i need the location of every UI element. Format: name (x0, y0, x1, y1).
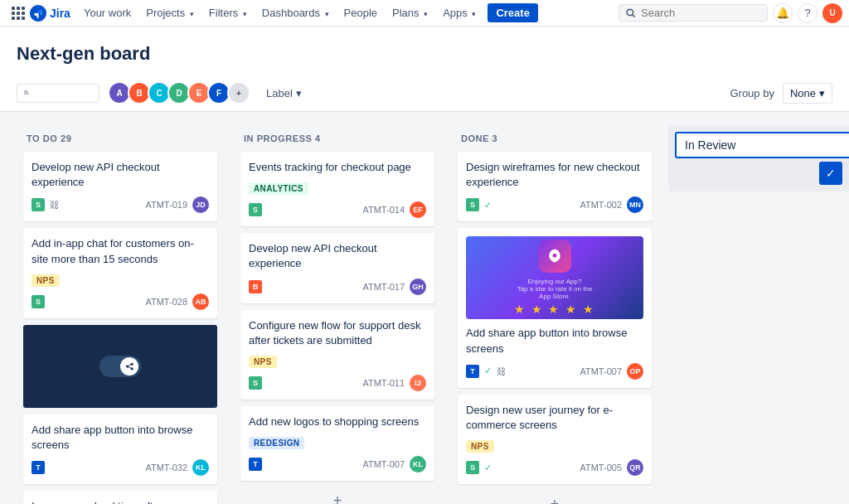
card-title: Develop new API checkout experience (32, 160, 209, 190)
nav-projects[interactable]: Projects ▾ (139, 3, 201, 22)
card-atmt-011[interactable]: Configure new flow for support desk afte… (240, 310, 434, 400)
nav-your-work[interactable]: Your work (77, 3, 138, 22)
card-footer: S ATMT-014 EF (249, 201, 426, 218)
card-footer: S ✓ ATMT-005 QR (466, 459, 643, 476)
svg-rect-5 (22, 12, 25, 15)
card-title: Add new logos to shopping screens (249, 414, 426, 429)
column-todo-header: TO DO 29 (23, 133, 217, 143)
search-input[interactable] (641, 7, 757, 19)
card-title: Add in-app chat for customers on-site mo… (32, 236, 209, 266)
svg-line-12 (27, 94, 28, 94)
share-icon (125, 362, 133, 371)
card-right: ATMT-028 AB (145, 293, 209, 310)
create-button[interactable]: Create (488, 3, 537, 22)
card-improve[interactable]: Improve app load time after open (23, 491, 217, 504)
label-filter-arrow: ▾ (296, 87, 302, 99)
nav-filters[interactable]: Filters ▾ (202, 3, 254, 22)
card-atmt-007-done[interactable]: Enjoying our App?Tap a star to rate it o… (458, 228, 652, 387)
story-icon: S (466, 461, 479, 474)
svg-line-16 (128, 364, 133, 366)
task-icon: T (32, 461, 45, 474)
svg-rect-7 (17, 17, 20, 20)
card-dark-toggle[interactable] (23, 325, 217, 408)
new-column-actions: ✓ ✕ (675, 162, 849, 185)
card-badge-analytics: ANALYTICS (249, 182, 308, 195)
group-by-select[interactable]: None ▾ (783, 83, 832, 104)
group-by-value: None (790, 87, 816, 99)
card-title: Design wireframes for new checkout exper… (466, 160, 643, 190)
card-title: Events tracking for checkout page (249, 160, 426, 175)
card-footer: S ATMT-011 IJ (249, 375, 426, 391)
help-icon[interactable]: ? (798, 3, 817, 23)
card-atmt-032[interactable]: Add share app button into browse screens… (23, 414, 217, 484)
card-footer: B ATMT-017 GH (249, 279, 426, 295)
svg-point-9 (627, 9, 633, 16)
group-by-arrow: ▾ (819, 87, 825, 99)
notification-icon[interactable]: 🔔 (773, 3, 793, 23)
card-atmt-007-ip[interactable]: Add new logos to shopping screens REDESI… (240, 406, 434, 481)
svg-point-11 (25, 91, 28, 94)
column-todo: TO DO 29 Develop new API checkout experi… (17, 125, 224, 504)
search-box[interactable] (619, 4, 768, 22)
user-avatar[interactable]: U (822, 3, 842, 23)
column-done: DONE 3 Design wireframes for new checkou… (451, 125, 658, 504)
confirm-column-button[interactable]: ✓ (819, 162, 842, 185)
card-id: ATMT-032 (145, 463, 187, 472)
svg-rect-3 (12, 12, 15, 15)
card-atmt-019[interactable]: Develop new API checkout experience S ⛓ … (23, 152, 217, 221)
label-filter-text: Label (266, 87, 293, 99)
card-atmt-005[interactable]: Design new user journey for e-commerce s… (458, 395, 652, 484)
card-id: ATMT-017 (362, 282, 405, 292)
card-right: ATMT-032 KL (145, 459, 209, 476)
card-right: ATMT-005 QR (580, 459, 643, 476)
nav-dashboards[interactable]: Dashboards ▾ (255, 3, 336, 22)
search-icon (626, 8, 636, 18)
cancel-column-button[interactable]: ✕ (846, 162, 849, 185)
svg-line-10 (633, 14, 635, 17)
apps-grid-icon[interactable] (7, 2, 30, 25)
add-card-button-done[interactable]: + (458, 491, 652, 504)
card-atmt-017[interactable]: Develop new API checkout experience B AT… (240, 233, 434, 303)
card-footer: S ATMT-028 AB (32, 293, 209, 310)
card-id: ATMT-011 (362, 378, 405, 388)
nav-plans[interactable]: Plans ▾ (386, 3, 434, 22)
link-icon: ⛓ (497, 366, 506, 376)
card-right: ATMT-014 EF (362, 201, 426, 218)
nav-links: Your work Projects ▾ Filters ▾ Dashboard… (77, 3, 619, 22)
board-search-input[interactable] (34, 87, 92, 99)
card-badge-nps: NPS (32, 274, 60, 287)
avatar-more[interactable]: + (227, 81, 250, 104)
board-search[interactable] (17, 84, 99, 103)
card-atmt-014[interactable]: Events tracking for checkout page ANALYT… (240, 152, 434, 226)
label-filter[interactable]: Label ▾ (259, 83, 309, 104)
svg-line-17 (128, 366, 133, 369)
card-title: Add share app button into browse screens (32, 423, 209, 453)
card-footer: S ⛓ ATMT-019 JD (32, 196, 209, 213)
card-avatar: EF (410, 201, 426, 218)
app-store-text: Enjoying our App?Tap a star to rate it o… (514, 278, 596, 300)
svg-rect-2 (22, 7, 25, 10)
card-title: Add share app button into browse screens (466, 326, 643, 356)
nav-people[interactable]: People (337, 3, 384, 22)
card-atmt-002[interactable]: Design wireframes for new checkout exper… (458, 152, 652, 221)
jira-logo[interactable]: Jira (30, 5, 70, 22)
card-avatar: KL (410, 456, 426, 472)
toggle-icon (99, 356, 141, 377)
card-atmt-028[interactable]: Add in-app chat for customers on-site mo… (23, 228, 217, 317)
toggle-thumb (120, 357, 138, 376)
card-right: ATMT-011 IJ (362, 375, 426, 391)
rocket-icon (546, 248, 563, 264)
new-column-input[interactable] (675, 132, 849, 158)
card-title: Design new user journey for e-commerce s… (466, 403, 643, 433)
group-by-label: Group by (730, 87, 774, 99)
nav-apps[interactable]: Apps ▾ (436, 3, 483, 22)
svg-rect-6 (12, 17, 15, 20)
svg-rect-4 (17, 12, 20, 15)
check-icon: ✓ (484, 200, 492, 211)
toolbar: A B C D E F + Label ▾ Group by None ▾ (0, 75, 849, 112)
task-icon: T (249, 458, 262, 471)
board-area: TO DO 29 Develop new API checkout experi… (0, 112, 849, 504)
card-badge-nps: NPS (249, 356, 277, 368)
add-card-button[interactable]: + (240, 487, 434, 504)
card-avatar: OP (627, 363, 643, 380)
